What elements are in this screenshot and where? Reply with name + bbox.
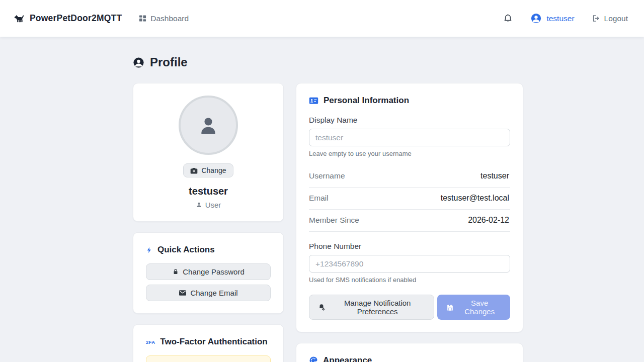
logout-icon bbox=[592, 14, 600, 23]
grid-icon bbox=[139, 15, 146, 22]
lightning-icon bbox=[146, 246, 152, 254]
quick-actions-title: Quick Actions bbox=[146, 245, 271, 255]
phone-number-input[interactable] bbox=[309, 255, 510, 273]
username-value: testuser bbox=[480, 171, 509, 180]
change-password-button[interactable]: Change Password bbox=[146, 263, 271, 280]
personal-info-card: Personal Information Display Name Leave … bbox=[296, 83, 523, 332]
2fa-icon: 2FA bbox=[146, 339, 155, 345]
member-since-value: 2026-02-12 bbox=[468, 216, 509, 225]
account-info-list: Username testuser Email testuser@test.lo… bbox=[309, 165, 510, 232]
main-content: Profile bbox=[133, 55, 523, 362]
lock-icon bbox=[172, 268, 179, 276]
profile-display-name: testuser bbox=[146, 186, 271, 197]
manage-notifications-label: Manage Notification Preferences bbox=[329, 299, 426, 316]
display-name-help: Leave empty to use your username bbox=[309, 150, 510, 157]
navbar: PowerPetDoor2MQTT Dashboard bbox=[0, 0, 644, 37]
quick-actions-title-text: Quick Actions bbox=[157, 245, 215, 255]
palette-icon bbox=[309, 356, 318, 362]
nav-username: testuser bbox=[546, 14, 574, 23]
profile-role: User bbox=[146, 201, 271, 209]
two-factor-card: 2FA Two-Factor Authentication bbox=[133, 324, 284, 362]
change-email-label: Change Email bbox=[190, 289, 237, 297]
personal-info-title: Personal Information bbox=[309, 96, 510, 106]
username-label: Username bbox=[309, 171, 345, 180]
profile-role-label: User bbox=[205, 201, 221, 209]
camera-icon bbox=[190, 167, 198, 174]
nav-dashboard-link[interactable]: Dashboard bbox=[139, 14, 189, 23]
person-icon bbox=[195, 112, 221, 138]
email-label: Email bbox=[309, 194, 329, 203]
info-row-member-since: Member Since 2026-02-12 bbox=[309, 210, 510, 232]
envelope-icon bbox=[179, 290, 187, 296]
manage-notifications-button[interactable]: Manage Notification Preferences bbox=[309, 295, 434, 320]
quick-actions-card: Quick Actions Change Password bbox=[133, 232, 284, 314]
floppy-icon bbox=[446, 304, 454, 311]
brand-title: PowerPetDoor2MQTT bbox=[30, 13, 122, 24]
change-avatar-button[interactable]: Change bbox=[183, 163, 233, 177]
dog-icon bbox=[14, 14, 25, 23]
member-since-label: Member Since bbox=[309, 216, 359, 225]
avatar bbox=[179, 96, 238, 155]
person-small-icon bbox=[196, 202, 202, 208]
left-column: Change testuser User bbox=[133, 83, 284, 362]
user-circle-icon bbox=[530, 13, 542, 24]
save-changes-button[interactable]: Save Changes bbox=[437, 295, 510, 320]
notifications-button[interactable] bbox=[503, 13, 513, 24]
bell-gear-icon bbox=[317, 303, 326, 311]
appearance-card: Appearance bbox=[296, 343, 523, 362]
brand[interactable]: PowerPetDoor2MQTT bbox=[14, 13, 122, 24]
page-title: Profile bbox=[133, 55, 523, 69]
page-title-text: Profile bbox=[150, 55, 188, 69]
nav-user-link[interactable]: testuser bbox=[530, 13, 574, 24]
profile-card: Change testuser User bbox=[133, 83, 284, 222]
personal-info-title-text: Personal Information bbox=[324, 96, 409, 106]
id-card-icon bbox=[309, 97, 318, 105]
display-name-input[interactable] bbox=[309, 129, 510, 146]
email-value: testuser@test.local bbox=[441, 194, 509, 203]
right-column: Personal Information Display Name Leave … bbox=[296, 83, 523, 362]
phone-number-help: Used for SMS notifications if enabled bbox=[309, 276, 510, 284]
change-email-button[interactable]: Change Email bbox=[146, 285, 271, 301]
phone-number-label: Phone Number bbox=[309, 242, 510, 251]
logout-link[interactable]: Logout bbox=[592, 14, 628, 23]
nav-dashboard-label: Dashboard bbox=[150, 14, 189, 23]
two-factor-warning-box bbox=[146, 355, 271, 362]
two-factor-title: 2FA Two-Factor Authentication bbox=[146, 337, 271, 347]
logout-label: Logout bbox=[604, 14, 628, 23]
info-row-email: Email testuser@test.local bbox=[309, 188, 510, 210]
info-row-username: Username testuser bbox=[309, 165, 510, 188]
person-circle-icon bbox=[133, 57, 144, 68]
change-password-label: Change Password bbox=[183, 267, 245, 276]
save-changes-label: Save Changes bbox=[458, 299, 501, 316]
bell-icon bbox=[503, 13, 513, 24]
appearance-title-text: Appearance bbox=[323, 355, 372, 362]
display-name-label: Display Name bbox=[309, 116, 510, 125]
appearance-title: Appearance bbox=[309, 355, 510, 362]
two-factor-title-text: Two-Factor Authentication bbox=[160, 337, 267, 347]
change-avatar-label: Change bbox=[201, 166, 226, 174]
